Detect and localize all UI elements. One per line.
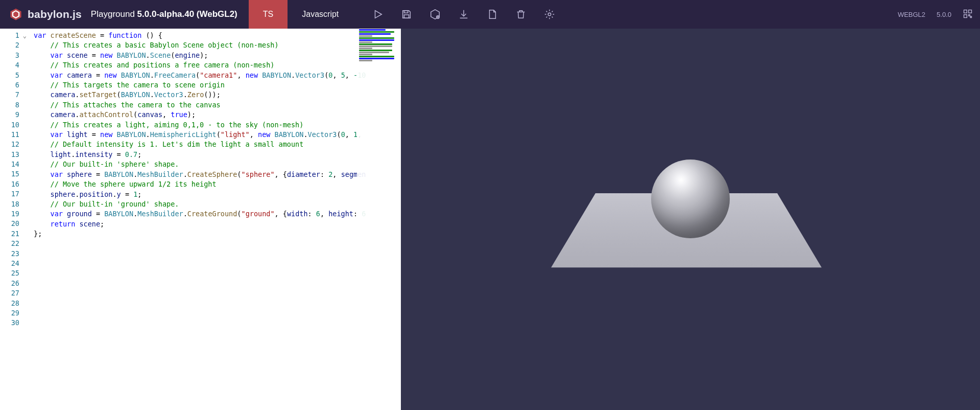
toolbar bbox=[353, 9, 555, 20]
code-content[interactable]: var createScene = function () { // This … bbox=[22, 29, 401, 410]
svg-rect-5 bbox=[404, 15, 409, 18]
gear-icon[interactable] bbox=[544, 9, 555, 20]
svg-rect-10 bbox=[964, 14, 967, 17]
title-prefix: Playground bbox=[91, 9, 137, 19]
babylon-logo-icon bbox=[9, 8, 22, 21]
render-canvas[interactable] bbox=[401, 29, 980, 410]
title-version: 5.0.0-alpha.40 (WebGL2) bbox=[137, 9, 237, 19]
svg-marker-3 bbox=[375, 11, 382, 18]
header-right: WEBGL2 5.0.0 bbox=[898, 9, 980, 20]
trash-icon[interactable] bbox=[515, 9, 527, 20]
save-icon[interactable] bbox=[401, 9, 412, 20]
scene-sphere bbox=[651, 160, 730, 238]
qr-icon[interactable] bbox=[963, 9, 973, 20]
svg-rect-8 bbox=[964, 10, 967, 13]
run-icon[interactable] bbox=[372, 9, 384, 20]
svg-point-7 bbox=[548, 13, 552, 16]
download-icon[interactable] bbox=[458, 9, 469, 20]
line-gutter: 1⌄23456789101112131415161718192021222324… bbox=[0, 29, 22, 410]
header-bar: babylon.js Playground 5.0.0-alpha.40 (We… bbox=[0, 0, 980, 29]
brand-text: babylon.js bbox=[28, 8, 82, 20]
svg-rect-4 bbox=[404, 11, 408, 13]
minimap[interactable] bbox=[357, 29, 401, 410]
renderer-badge[interactable]: WEBGL2 bbox=[898, 11, 925, 18]
svg-rect-11 bbox=[969, 14, 970, 16]
main-area: 1⌄23456789101112131415161718192021222324… bbox=[0, 29, 980, 410]
brand[interactable]: babylon.js bbox=[0, 8, 89, 21]
svg-rect-12 bbox=[970, 16, 972, 18]
playground-title: Playground 5.0.0-alpha.40 (WebGL2) bbox=[89, 9, 249, 19]
tab-typescript[interactable]: TS bbox=[249, 0, 288, 29]
svg-rect-9 bbox=[969, 10, 972, 13]
tab-js-label: Javascript bbox=[302, 10, 339, 19]
tab-javascript[interactable]: Javascript bbox=[288, 0, 353, 29]
version-badge[interactable]: 5.0.0 bbox=[937, 11, 951, 18]
code-editor[interactable]: 1⌄23456789101112131415161718192021222324… bbox=[0, 29, 401, 410]
tab-ts-label: TS bbox=[263, 10, 273, 19]
new-file-icon[interactable] bbox=[487, 9, 498, 20]
inspector-icon[interactable] bbox=[429, 9, 441, 20]
